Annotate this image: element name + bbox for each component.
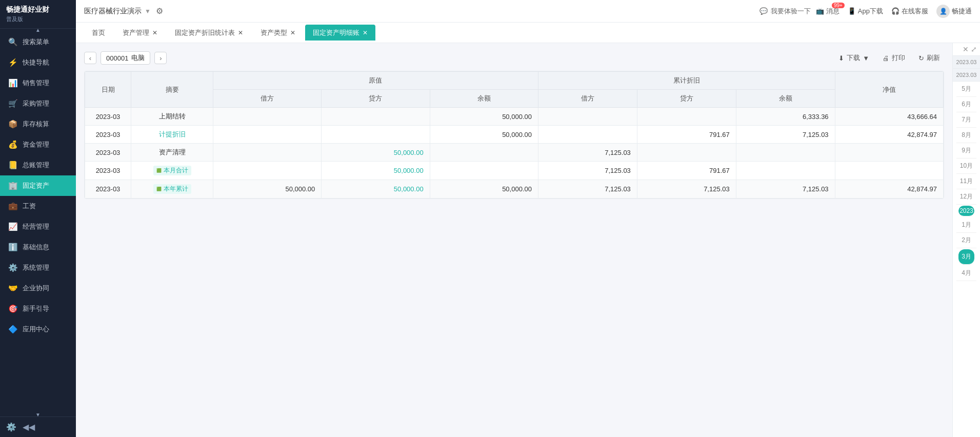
purchase-icon: 🛒 (8, 99, 17, 108)
download-button[interactable]: ⬇ 下载 ▼ (834, 51, 873, 65)
th-net-value: 净值 (835, 72, 943, 108)
sidebar-item-basic-info[interactable]: ℹ️ 基础信息 (0, 237, 76, 257)
tab-depreciation-stats[interactable]: 固定资产折旧统计表 ✕ (167, 25, 251, 41)
sidebar: 畅捷通好业财 普及版 ▲ 🔍 搜索菜单 ⚡ 快捷导航 📊 销售管理 🛒 采购管理… (0, 0, 76, 437)
sidebar-item-label: 资金管理 (23, 140, 49, 149)
sidebar-item-fixed-assets[interactable]: 🏢 固定资产 (0, 175, 76, 196)
timeline-item[interactable]: 4月 (956, 266, 976, 281)
sidebar-item-label: 固定资产 (23, 181, 49, 190)
sidebar-item-label: 基础信息 (23, 243, 49, 252)
refresh-button[interactable]: ↻ 刷新 (914, 51, 944, 65)
sidebar-item-label: 企业协同 (23, 284, 49, 293)
sidebar-item-system[interactable]: ⚙️ 系统管理 (0, 257, 76, 278)
print-button[interactable]: 🖨 打印 (878, 51, 909, 65)
tab-asset-type-close[interactable]: ✕ (290, 29, 295, 36)
tab-asset-management-label: 资产管理 (123, 28, 149, 37)
cell-date: 2023-03 (85, 162, 131, 180)
tab-home-label: 首页 (92, 28, 105, 37)
th-accum-credit: 贷方 (637, 90, 736, 108)
tab-asset-management-close[interactable]: ✕ (152, 29, 157, 36)
cell-orig-debit: 50,000.00 (213, 180, 322, 198)
timeline-item[interactable]: 11月 (956, 174, 976, 189)
enterprise-icon: 🤝 (8, 284, 17, 293)
summary-text: 计提折旧 (159, 130, 186, 138)
sidebar-item-operations[interactable]: 📈 经营管理 (0, 216, 76, 237)
sidebar-item-search[interactable]: 🔍 搜索菜单 (0, 32, 76, 52)
tab-asset-detail-close[interactable]: ✕ (363, 29, 368, 36)
experience-button[interactable]: 💬 我要体验一下 (759, 7, 811, 16)
notifications-button[interactable]: 📺 消息 99+ (816, 7, 839, 16)
timeline-item[interactable]: 10月 (956, 158, 976, 174)
timeline-item[interactable]: 2023 (958, 206, 974, 216)
table-row: 2023-03 本年累计 50,000.00 50,000.00 50,000.… (85, 180, 944, 198)
topbar-right: 📺 消息 99+ 📱 App下载 🎧 在线客服 👤 畅捷通 (816, 5, 972, 18)
settings-bottom-icon[interactable]: ⚙️ (6, 422, 16, 432)
operations-icon: 📈 (8, 222, 17, 231)
cell-orig-balance (430, 162, 538, 180)
sidebar-item-label: 工资 (23, 202, 36, 211)
tab-asset-type[interactable]: 资产类型 ✕ (253, 25, 303, 41)
timeline-item[interactable]: 6月 (956, 97, 976, 112)
th-accum-balance: 余额 (736, 90, 835, 108)
cell-orig-debit (213, 162, 322, 180)
cell-net-value: 43,666.64 (835, 108, 943, 126)
settings-icon[interactable]: ⚙ (156, 6, 163, 16)
asset-name: 电脑 (131, 53, 145, 63)
inventory-icon: 📦 (8, 120, 17, 129)
cell-orig-balance: 50,000.00 (430, 126, 538, 144)
collapse-sidebar-button[interactable]: ◀◀ (23, 422, 35, 432)
timeline-item[interactable]: 2月 (956, 233, 976, 248)
tab-home[interactable]: 首页 (84, 25, 113, 41)
app-subtitle: 普及版 (6, 15, 70, 23)
th-original-credit: 贷方 (322, 90, 430, 108)
sidebar-item-label: 系统管理 (23, 263, 49, 272)
download-icon: 📱 (848, 7, 856, 15)
sidebar-item-ledger[interactable]: 📒 总账管理 (0, 155, 76, 175)
timeline-item[interactable]: 3月 (958, 249, 974, 265)
user-profile-button[interactable]: 👤 畅捷通 (936, 5, 972, 18)
timeline-item[interactable]: 1月 (956, 217, 976, 233)
timeline-item[interactable]: 9月 (956, 143, 976, 158)
timeline-item[interactable]: 5月 (956, 82, 976, 97)
timeline-item[interactable]: 8月 (956, 128, 976, 143)
timeline-item[interactable]: 7月 (956, 112, 976, 128)
sidebar-item-quick-nav[interactable]: ⚡ 快捷导航 (0, 52, 76, 73)
sidebar-item-app-center[interactable]: 🔷 应用中心 (0, 319, 76, 340)
cell-date: 2023-03 (85, 108, 131, 126)
sidebar-item-inventory[interactable]: 📦 库存核算 (0, 114, 76, 134)
ledger-data-table: 日期 摘要 原值 累计折旧 净值 借方 贷方 余额 借方 贷方 余额 (85, 71, 944, 198)
prev-asset-button[interactable]: ‹ (84, 52, 96, 64)
cell-orig-credit: 50,000.00 (322, 144, 430, 162)
timeline-item[interactable]: 12月 (956, 189, 976, 205)
th-date: 日期 (85, 72, 131, 108)
cell-accum-balance: 7,125.03 (736, 180, 835, 198)
sidebar-item-label: 总账管理 (23, 161, 49, 170)
avatar: 👤 (936, 5, 950, 18)
sidebar-item-sales[interactable]: 📊 销售管理 (0, 73, 76, 93)
ledger-icon: 📒 (8, 161, 17, 170)
sidebar-item-guide[interactable]: 🎯 新手引导 (0, 299, 76, 319)
tab-asset-management[interactable]: 资产管理 ✕ (115, 25, 165, 41)
next-asset-button[interactable]: › (154, 52, 167, 64)
ledger-table: 日期 摘要 原值 累计折旧 净值 借方 贷方 余额 借方 贷方 余额 (84, 71, 944, 199)
customer-service-button[interactable]: 🎧 在线客服 (891, 7, 928, 16)
cell-accum-credit: 7,125.03 (637, 180, 736, 198)
tab-asset-type-label: 资产类型 (261, 28, 287, 37)
cell-summary: 上期结转 (131, 108, 213, 126)
right-panel-close-button[interactable]: ✕ (963, 45, 969, 53)
sidebar-item-label: 采购管理 (23, 99, 49, 108)
toolbar-right: ⬇ 下载 ▼ 🖨 打印 ↻ 刷新 (834, 51, 944, 65)
cell-summary: 本年累计 (131, 180, 213, 198)
right-panel-expand-button[interactable]: ⤢ (971, 45, 977, 53)
cell-orig-credit: 50,000.00 (322, 180, 430, 198)
tab-depreciation-stats-close[interactable]: ✕ (238, 29, 243, 36)
tab-asset-detail[interactable]: 固定资产明细账 ✕ (305, 25, 375, 41)
tab-asset-detail-label: 固定资产明细账 (313, 28, 359, 37)
cell-orig-credit: 50,000.00 (322, 162, 430, 180)
sidebar-item-enterprise[interactable]: 🤝 企业协同 (0, 278, 76, 299)
sidebar-item-finance[interactable]: 💰 资金管理 (0, 134, 76, 155)
app-download-button[interactable]: 📱 App下载 (848, 7, 883, 16)
salary-icon: 💼 (8, 202, 17, 211)
sidebar-item-salary[interactable]: 💼 工资 (0, 196, 76, 216)
sidebar-item-purchase[interactable]: 🛒 采购管理 (0, 93, 76, 114)
